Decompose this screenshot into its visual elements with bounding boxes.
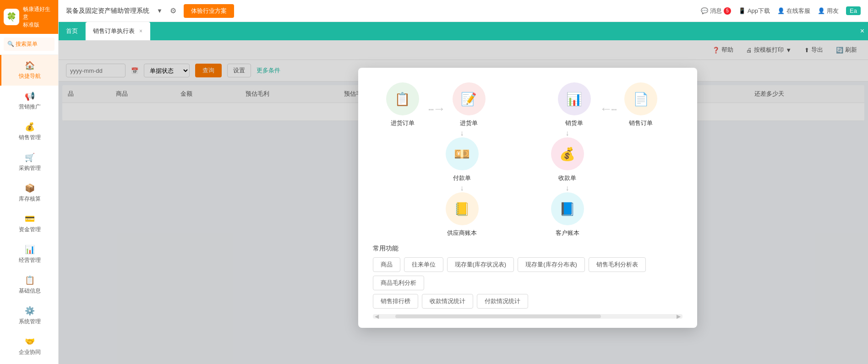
func-row-1: 商品 往来单位 现存量(库存状况表) 现存量(库存分布表) 销售毛利分析表 商品… xyxy=(373,257,682,290)
sidebar-item-inventory[interactable]: 📦 库存核算 xyxy=(0,178,58,208)
func-btn-sales-profit[interactable]: 销售毛利分析表 xyxy=(589,257,646,272)
sales-bill-label: 销货单 xyxy=(565,119,583,127)
payment-bill-icon: 💴 xyxy=(446,137,479,170)
customer-account-icon: 📘 xyxy=(551,192,584,225)
online-service-button[interactable]: 👤 在线客服 xyxy=(777,7,810,15)
sidebar-logo[interactable]: 🍀 畅康通好生意 标准版 xyxy=(0,0,58,34)
workflow-node-receipt-bill[interactable]: 💰 收款单 xyxy=(538,137,597,182)
settings-icon[interactable]: ⚙ xyxy=(170,6,176,15)
sidebar-item-purchase[interactable]: 🛒 采购管理 xyxy=(0,147,58,178)
user-label: 用友 xyxy=(827,7,839,15)
sidebar-item-sales[interactable]: 💰 销售管理 xyxy=(0,116,58,147)
sidebar-item-label: 库存核算 xyxy=(19,195,41,203)
common-funcs-title: 常用功能 xyxy=(373,244,682,253)
sidebar-item-marketing[interactable]: 📢 营销推广 xyxy=(0,86,58,116)
sidebar-item-finance[interactable]: 💳 资金管理 xyxy=(0,208,58,239)
func-btn-stock-status[interactable]: 现存量(库存状况表) xyxy=(447,257,514,272)
sidebar-item-guide[interactable]: 📘 新手引导 xyxy=(0,362,58,364)
basic-icon: 📋 xyxy=(25,275,35,285)
sidebar-item-label: 采购管理 xyxy=(19,164,41,172)
purchase-bill-icon: 📝 xyxy=(453,82,486,115)
trial-button[interactable]: 体验行业方案 xyxy=(184,4,234,18)
user-icon: 👤 xyxy=(818,7,825,14)
func-btn-product[interactable]: 商品 xyxy=(373,257,400,272)
home-icon: 🏠 xyxy=(25,60,35,71)
func-btn-partners[interactable]: 往来单位 xyxy=(404,257,443,272)
sidebar-navigation: 🏠 快捷导航 📢 营销推广 💰 销售管理 🛒 采购管理 📦 库存核算 💳 xyxy=(0,55,58,364)
workflow-node-sales-bill[interactable]: 📊 销货单 xyxy=(545,82,604,127)
purchase-order-icon: 📋 xyxy=(386,82,419,115)
func-row-2: 销售排行榜 收款情况统计 付款情况统计 xyxy=(373,294,682,309)
sidebar-item-enterprise[interactable]: 🤝 企业协同 xyxy=(0,331,58,362)
func-btn-stock-dist[interactable]: 现存量(库存分布表) xyxy=(518,257,585,272)
topbar-right: 💬 消息 5 📱 App下载 👤 在线客服 👤 用友 Ea xyxy=(701,6,861,15)
scroll-thumb[interactable] xyxy=(395,315,601,318)
func-btn-sales-rank[interactable]: 销售排行榜 xyxy=(373,294,418,309)
app-download-button[interactable]: 📱 App下载 xyxy=(738,7,770,15)
marketing-icon: 📢 xyxy=(25,91,35,101)
sidebar-item-label: 快捷导航 xyxy=(19,72,41,80)
app-download-label: App下载 xyxy=(748,7,770,15)
customer-account-label: 客户账本 xyxy=(556,229,579,237)
content-area: ❓ 帮助 🖨 按模板打印 ▼ ⬆ 导出 🔄 刷新 xyxy=(59,40,868,364)
sidebar-item-label: 销售管理 xyxy=(19,134,41,141)
sales-order-icon: 📄 xyxy=(624,82,657,115)
func-btn-payment-stats[interactable]: 付款情况统计 xyxy=(477,294,528,309)
workflow-node-sales-order[interactable]: 📄 销售订单 xyxy=(611,82,671,127)
workflow-node-customer-account[interactable]: 📘 客户账本 xyxy=(538,192,597,237)
sales-icon: 💰 xyxy=(25,122,35,132)
common-functions: 常用功能 商品 往来单位 现存量(库存状况表) 现存量(库存分布表) 销售毛利分… xyxy=(373,244,682,309)
func-btn-product-profit[interactable]: 商品毛利分析 xyxy=(373,276,424,290)
tab-close-all[interactable]: × xyxy=(860,27,864,35)
workflow-node-purchase-bill[interactable]: 📝 进货单 xyxy=(439,82,499,127)
search-menu-button[interactable]: 🔍 搜索菜单 xyxy=(4,38,55,51)
main-area: 装备及固定资产辅助管理系统 ▼ ⚙ 体验行业方案 💬 消息 5 📱 App下载 … xyxy=(59,0,868,364)
payment-bill-label: 付款单 xyxy=(453,174,471,182)
user-avatar[interactable]: Ea xyxy=(846,6,861,15)
tab-sales-label: 销售订单执行表 xyxy=(93,27,135,35)
workflow-node-payment-bill[interactable]: 💴 付款单 xyxy=(432,137,492,182)
sales-order-label: 销售订单 xyxy=(629,119,653,127)
workflow-node-supplier-account[interactable]: 📒 供应商账本 xyxy=(432,192,492,237)
func-btn-receipt-stats[interactable]: 收款情况统计 xyxy=(422,294,473,309)
topbar: 装备及固定资产辅助管理系统 ▼ ⚙ 体验行业方案 💬 消息 5 📱 App下载 … xyxy=(59,0,868,22)
scroll-right-icon[interactable]: ▶ xyxy=(675,313,682,320)
message-button[interactable]: 💬 消息 5 xyxy=(701,7,731,15)
sidebar-item-operations[interactable]: 📊 经营管理 xyxy=(0,239,58,270)
sidebar-item-basic[interactable]: 📋 基础信息 xyxy=(0,270,58,300)
receipt-bill-icon: 💰 xyxy=(551,137,584,170)
purchase-bill-label: 进货单 xyxy=(460,119,478,127)
popup-scrollbar[interactable]: ◀ ▶ xyxy=(373,314,682,319)
sidebar-search-area: 🔍 搜索菜单 xyxy=(0,34,58,55)
service-icon: 👤 xyxy=(777,7,785,14)
user-button[interactable]: 👤 用友 xyxy=(818,7,839,15)
receipt-bill-label: 收款单 xyxy=(558,174,576,182)
system-icon: ⚙️ xyxy=(25,306,35,316)
sidebar-item-label: 经营管理 xyxy=(19,256,41,264)
logo-icon: 🍀 xyxy=(4,9,19,25)
sidebar-item-system[interactable]: ⚙️ 系统管理 xyxy=(0,300,58,331)
supplier-account-label: 供应商账本 xyxy=(447,229,477,237)
tab-close-icon[interactable]: × xyxy=(139,28,142,34)
download-icon: 📱 xyxy=(738,7,746,14)
message-label: 消息 xyxy=(710,7,722,15)
inventory-icon: 📦 xyxy=(25,183,35,193)
sales-bill-icon: 📊 xyxy=(558,82,591,115)
popup-overlay: 📋 进货订单 ···→ 📝 进货单 xyxy=(59,40,868,364)
scroll-left-icon[interactable]: ◀ xyxy=(373,313,381,320)
scroll-track[interactable] xyxy=(381,315,675,318)
sidebar-item-quick-nav[interactable]: 🏠 快捷导航 xyxy=(0,55,58,86)
message-icon: 💬 xyxy=(701,7,708,14)
tab-sales-order-exec[interactable]: 销售订单执行表 × xyxy=(86,22,150,40)
system-title: 装备及固定资产辅助管理系统 xyxy=(66,7,149,15)
tab-home-label: 首页 xyxy=(66,27,78,35)
sidebar-item-label: 基础信息 xyxy=(19,287,41,295)
system-dropdown[interactable]: ▼ xyxy=(157,7,163,14)
sidebar: 🍀 畅康通好生意 标准版 🔍 搜索菜单 🏠 快捷导航 📢 营销推广 💰 销售管理 xyxy=(0,0,59,364)
workflow-node-purchase-order[interactable]: 📋 进货订单 xyxy=(373,82,432,127)
supplier-account-icon: 📒 xyxy=(446,192,479,225)
workflow-diagram: 📋 进货订单 ···→ 📝 进货单 xyxy=(373,82,682,237)
popup-container: 📋 进货订单 ···→ 📝 进货单 xyxy=(358,68,697,328)
purchase-order-label: 进货订单 xyxy=(391,119,415,127)
tab-home[interactable]: 首页 xyxy=(59,22,86,40)
